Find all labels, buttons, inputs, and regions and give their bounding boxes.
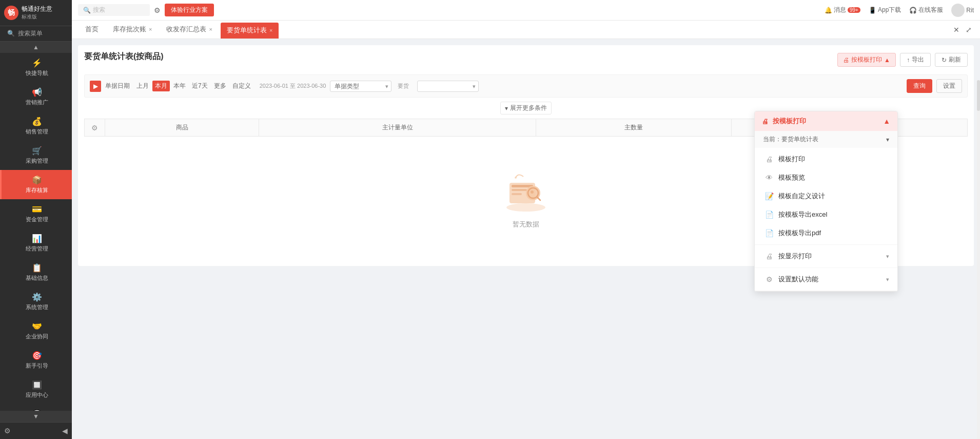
- sidebar-item-basic[interactable]: 📋 基础信息: [0, 258, 72, 287]
- dropdown-template-excel[interactable]: 📄 按模板导出excel: [755, 205, 897, 224]
- scroll-down-btn[interactable]: ▼: [0, 411, 72, 422]
- app-label: App下载: [878, 6, 901, 14]
- template-excel-icon: 📄: [765, 211, 773, 219]
- scroll-up-btn[interactable]: ▲: [0, 42, 72, 53]
- dropdown-header[interactable]: 🖨 按模板打印 ▲: [755, 111, 897, 131]
- doc-type-select[interactable]: 单据类型 全部 要货单 退货单: [330, 81, 391, 92]
- sidebar-item-label: 基础信息: [26, 274, 48, 282]
- svg-rect-3: [512, 189, 527, 191]
- dropdown-header-label: 按模板打印: [773, 117, 806, 126]
- doc-type-select-wrapper: 单据类型 全部 要货单 退货单: [330, 81, 391, 92]
- search-placeholder: 搜索: [93, 6, 105, 14]
- last7days-btn[interactable]: 近7天: [189, 81, 210, 91]
- messages-btn[interactable]: 🔔 消息 99+: [825, 6, 860, 14]
- tabs-actions: ✕ ⤢: [951, 21, 974, 39]
- print-arrow-icon: ▲: [884, 56, 890, 64]
- dropdown-template-pdf[interactable]: 📄 按模板导出pdf: [755, 224, 897, 242]
- finance-icon: 💳: [32, 204, 42, 214]
- display-print-label: 按显示打印: [778, 252, 812, 261]
- settings-btn[interactable]: 设置: [936, 79, 962, 93]
- service-label: 在线客服: [918, 6, 943, 14]
- maximize-tab-btn[interactable]: ⤢: [964, 25, 974, 35]
- close-tab-btn[interactable]: ✕: [951, 25, 962, 35]
- topbar-gear-icon[interactable]: ⚙: [154, 6, 161, 14]
- template-pdf-label: 按模板导出pdf: [778, 228, 821, 238]
- online-service-btn[interactable]: 🎧 在线客服: [909, 6, 943, 14]
- sidebar-item-quicknav[interactable]: ⚡ 快捷导航: [0, 53, 72, 82]
- tab-home[interactable]: 首页: [78, 21, 106, 39]
- search-icon: 🔍: [7, 30, 15, 37]
- current-template-row[interactable]: 当前：要货单统计表 ▾: [755, 131, 897, 148]
- current-month-btn[interactable]: 本月: [152, 81, 170, 91]
- trial-btn[interactable]: 体验行业方案: [165, 4, 214, 16]
- dropdown-template-preview[interactable]: 👁 模板预览: [755, 168, 897, 187]
- messages-label: 消息: [834, 6, 846, 14]
- topbar-left: 🔍 搜索 ⚙ 体验行业方案: [78, 4, 214, 16]
- dropdown-display-print[interactable]: 🖨 按显示打印 ▾: [755, 247, 897, 265]
- prev-month-btn[interactable]: 上月: [134, 81, 151, 91]
- settings-footer-icon[interactable]: ⚙: [4, 427, 11, 435]
- sidebar-item-appstore[interactable]: 🔲 应用中心: [0, 375, 72, 404]
- date-range-display: 2023-06-01 至 2023-06-30: [260, 82, 326, 90]
- app-download-btn[interactable]: 📱 App下载: [869, 6, 901, 14]
- newbie-icon: 🎯: [32, 351, 42, 360]
- dropdown-template-design[interactable]: 📝 模板自定义设计: [755, 187, 897, 205]
- sidebar-item-newbie[interactable]: 🎯 新手引导: [0, 346, 72, 375]
- export-btn[interactable]: ↑ 导出: [900, 53, 931, 67]
- more-date-btn[interactable]: 更多: [211, 81, 229, 91]
- user-area[interactable]: Rit: [951, 4, 974, 17]
- sidebar-item-label: 系统管理: [26, 303, 48, 311]
- tab-receipt-summary[interactable]: 收发存汇总表 ×: [159, 21, 219, 39]
- refresh-btn[interactable]: ↻ 刷新: [935, 53, 968, 67]
- tab-batch-accounts-close[interactable]: ×: [149, 26, 152, 32]
- sidebar-item-inventory[interactable]: 📦 库存核算: [0, 170, 72, 199]
- appstore-icon: 🔲: [32, 380, 42, 390]
- print-template-btn[interactable]: 🖨 按模板打印 ▲: [837, 53, 896, 67]
- expand-more-label: 展开更多条件: [510, 104, 547, 112]
- tab-requisition-stats[interactable]: 要货单统计表 ×: [221, 23, 279, 39]
- expand-more-btn[interactable]: ▾ 展开更多条件: [500, 102, 552, 114]
- tab-requisition-stats-close[interactable]: ×: [269, 27, 272, 33]
- topbar: 🔍 搜索 ⚙ 体验行业方案 🔔 消息 99+ 📱 App下载 🎧 在线客服: [72, 0, 980, 21]
- query-btn[interactable]: 查询: [907, 79, 932, 93]
- topbar-search[interactable]: 🔍 搜索: [78, 4, 150, 16]
- svg-point-9: [515, 177, 517, 179]
- template-preview-label: 模板预览: [778, 173, 805, 182]
- scrollbar-track[interactable]: [977, 80, 980, 439]
- sidebar-item-wecom[interactable]: 💬 企业微信: [0, 404, 72, 411]
- template-design-icon: 📝: [765, 192, 773, 200]
- collapse-sidebar-icon[interactable]: ◀: [62, 427, 68, 435]
- scrollbar-thumb[interactable]: [977, 80, 980, 111]
- empty-illustration: [500, 167, 552, 214]
- filter-expand-btn[interactable]: ▶: [90, 81, 101, 92]
- default-func-arrow: ▾: [886, 276, 889, 283]
- dropdown-template-print[interactable]: 🖨 模板打印: [755, 150, 897, 168]
- sidebar-item-collab[interactable]: 🤝 企业协同: [0, 316, 72, 346]
- date-buttons: 上月 本月 本年 近7天 更多 自定义: [134, 81, 253, 91]
- dropdown-default-func[interactable]: ⚙ 设置默认功能 ▾: [755, 270, 897, 289]
- extra-select[interactable]: [417, 81, 479, 92]
- sidebar-item-label: 采购管理: [26, 157, 48, 165]
- sidebar-item-operations[interactable]: 📊 经营管理: [0, 228, 72, 258]
- empty-text: 暂无数据: [513, 220, 539, 229]
- col-settings: ⚙: [85, 119, 105, 137]
- custom-date-btn[interactable]: 自定义: [230, 81, 253, 91]
- sidebar-item-marketing[interactable]: 📢 营销推广: [0, 82, 72, 111]
- app-logo: 畅 畅通好生意 标准版: [0, 0, 72, 26]
- tab-receipt-summary-label: 收发存汇总表: [166, 25, 206, 34]
- sidebar-search[interactable]: 🔍 搜索菜单: [0, 26, 72, 42]
- date-filter-label: 单据日期: [105, 82, 130, 90]
- tab-receipt-summary-close[interactable]: ×: [209, 26, 212, 32]
- sidebar-item-system[interactable]: ⚙️ 系统管理: [0, 287, 72, 316]
- sidebar-item-purchase[interactable]: 🛒 采购管理: [0, 141, 72, 170]
- col-product-label: 商品: [176, 124, 188, 131]
- table-settings-btn[interactable]: ⚙: [91, 124, 98, 132]
- current-year-btn[interactable]: 本年: [171, 81, 188, 91]
- page-title: 要货单统计表(按商品): [84, 51, 164, 62]
- tab-batch-accounts[interactable]: 库存批次账 ×: [106, 21, 159, 39]
- display-print-icon: 🖨: [765, 252, 773, 260]
- sidebar-item-finance[interactable]: 💳 资金管理: [0, 199, 72, 228]
- dropdown-close-icon[interactable]: ▲: [883, 117, 890, 125]
- svg-point-0: [506, 203, 545, 212]
- sidebar-item-sales[interactable]: 💰 销售管理: [0, 111, 72, 141]
